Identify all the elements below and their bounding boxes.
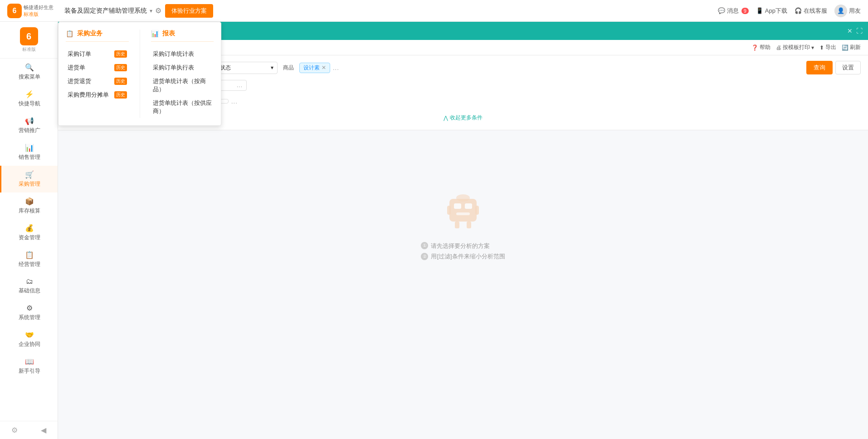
empty-illustration bbox=[436, 181, 490, 235]
app-label: App下载 bbox=[765, 7, 787, 15]
menu-item-report-1[interactable]: 采购订单执行表 bbox=[151, 61, 214, 74]
svg-rect-3 bbox=[456, 212, 470, 215]
svg-rect-6 bbox=[455, 222, 459, 228]
lightning-icon: ⚡ bbox=[25, 90, 34, 99]
sidebar-item-basic[interactable]: 🗂 基础信息 bbox=[0, 273, 58, 299]
goods-label: 商品 bbox=[283, 64, 294, 72]
chart-icon: 📊 bbox=[25, 143, 34, 152]
sidebar-item-marketing[interactable]: 📢 营销推广 bbox=[0, 112, 58, 139]
menu-item-purchase-expense[interactable]: 采购费用分摊单 历史 bbox=[66, 88, 129, 102]
query-btn[interactable]: 查询 bbox=[806, 61, 833, 74]
setting-btn[interactable]: 设置 bbox=[835, 61, 861, 74]
report-item-1-label: 采购订单执行表 bbox=[153, 64, 194, 72]
sidebar-item-search[interactable]: 🔍 搜索菜单 bbox=[0, 59, 58, 85]
help-icon: ❓ bbox=[751, 44, 758, 51]
refresh-btn[interactable]: 🔄 刷新 bbox=[842, 44, 861, 51]
menu-item-purchase-goods[interactable]: 进货单 历史 bbox=[66, 61, 129, 74]
sidebar-logo-sub: 标准版 bbox=[22, 46, 36, 53]
sidebar-item-inventory[interactable]: 📦 库存核算 bbox=[0, 192, 58, 219]
user-avatar: 👤 bbox=[834, 5, 847, 17]
sys-dropdown-arrow[interactable]: ▾ bbox=[150, 8, 152, 14]
money-icon: 💰 bbox=[25, 224, 34, 232]
sidebar-logo: 6 标准版 bbox=[0, 22, 58, 59]
salesperson-dots[interactable]: ... bbox=[237, 82, 243, 89]
headset-icon: 🎧 bbox=[795, 7, 802, 14]
query-buttons: 查询 设置 bbox=[806, 61, 861, 74]
sidebar-item-sales-label: 销售管理 bbox=[19, 153, 40, 161]
empty-hint-2: ② 用[过滤]条件来缩小分析范围 bbox=[421, 251, 505, 261]
sidebar-item-guide-label: 新手引导 bbox=[19, 367, 40, 375]
goods-dots[interactable]: ... bbox=[333, 64, 339, 71]
top-bar: 6 畅捷通好生意 标准版 装备及固定资产辅助管理系统 ▾ ⚙ 体验行业方案 💬 … bbox=[0, 0, 868, 22]
sidebar: 6 标准版 🔍 搜索菜单 ⚡ 快捷导航 📢 营销推广 📊 销售管理 🛒 采 bbox=[0, 22, 58, 439]
collapse-icon: ⋀ bbox=[444, 115, 448, 121]
svg-rect-1 bbox=[454, 203, 461, 209]
history-badge-0[interactable]: 历史 bbox=[114, 50, 127, 58]
sys-settings-icon[interactable]: ⚙ bbox=[155, 6, 161, 15]
tab-close-page-icon[interactable]: ✕ bbox=[847, 27, 853, 35]
empty-state: ① 请先选择要分析的方案 ② 用[过滤]条件来缩小分析范围 bbox=[58, 130, 868, 312]
gear-icon: ⚙ bbox=[26, 304, 33, 312]
help-btn[interactable]: ❓ 帮助 bbox=[751, 44, 770, 51]
menu-item-purchase-return[interactable]: 进货退货 历史 bbox=[66, 74, 129, 88]
industry-btn[interactable]: 体验行业方案 bbox=[165, 4, 213, 18]
menu-item-purchase-goods-label: 进货单 bbox=[68, 64, 85, 72]
app-download-btn[interactable]: 📱 App下载 bbox=[756, 7, 787, 15]
menu-item-purchase-order[interactable]: 采购订单 历史 bbox=[66, 47, 129, 61]
sidebar-item-enterprise[interactable]: 🤝 企业协同 bbox=[0, 326, 58, 353]
sidebar-collapse-btn[interactable]: ◀ bbox=[41, 426, 46, 434]
report-section-title: 报表 bbox=[162, 30, 175, 38]
sidebar-item-marketing-label: 营销推广 bbox=[19, 127, 40, 134]
sidebar-settings-btn[interactable]: ⚙ bbox=[11, 426, 18, 434]
book-icon: 📖 bbox=[25, 357, 34, 366]
tab-expand-icon[interactable]: ⛶ bbox=[856, 27, 863, 35]
menu-item-purchase-expense-label: 采购费用分摊单 bbox=[68, 91, 109, 99]
sys-name: 装备及固定资产辅助管理系统 bbox=[64, 7, 147, 15]
sidebar-item-guide[interactable]: 📖 新手引导 bbox=[0, 353, 58, 380]
sidebar-item-system-label: 系统管理 bbox=[19, 314, 40, 321]
print-btn[interactable]: 🖨 按模板打印 ▾ bbox=[776, 44, 814, 51]
goods-tag-close[interactable]: ✕ bbox=[322, 64, 326, 71]
menu-item-report-3[interactable]: 进货单统计表（按供应商） bbox=[151, 96, 214, 118]
folder-icon: 🗂 bbox=[26, 277, 33, 286]
history-badge-3[interactable]: 历史 bbox=[114, 91, 127, 99]
history-badge-1[interactable]: 历史 bbox=[114, 64, 127, 71]
sidebar-item-system[interactable]: ⚙ 系统管理 bbox=[0, 299, 58, 326]
sidebar-item-finance[interactable]: 💰 资金管理 bbox=[0, 219, 58, 246]
report-item-0-label: 采购订单统计表 bbox=[153, 50, 194, 58]
print-arrow[interactable]: ▾ bbox=[811, 44, 814, 51]
sidebar-item-operations[interactable]: 📋 经营管理 bbox=[0, 246, 58, 273]
online-service-btn[interactable]: 🎧 在线客服 bbox=[795, 7, 827, 15]
sidebar-bottom: ⚙ ◀ bbox=[0, 421, 58, 439]
sidebar-item-purchase[interactable]: 🛒 采购管理 bbox=[0, 166, 58, 192]
menu-item-report-2[interactable]: 进货单统计表（按商品） bbox=[151, 74, 214, 96]
print-icon: 🖨 bbox=[776, 44, 781, 51]
history-badge-2[interactable]: 历史 bbox=[114, 78, 127, 85]
svg-point-8 bbox=[456, 194, 470, 202]
svg-rect-5 bbox=[475, 206, 479, 215]
msg-btn[interactable]: 💬 消息 9 bbox=[718, 7, 749, 15]
export-btn[interactable]: ⬆ 导出 bbox=[819, 44, 836, 51]
logo-area: 6 畅捷通好生意 标准版 bbox=[7, 4, 54, 18]
menu-item-purchase-return-label: 进货退货 bbox=[68, 77, 91, 85]
menu-item-purchase-order-label: 采购订单 bbox=[68, 50, 91, 58]
menu-divider bbox=[140, 30, 140, 118]
goods-filter-area: 设计素 ✕ ... bbox=[299, 63, 339, 73]
sidebar-item-operations-label: 经营管理 bbox=[19, 261, 40, 268]
sidebar-item-sales[interactable]: 📊 销售管理 bbox=[0, 139, 58, 166]
empty-hint-1: ① 请先选择要分析的方案 bbox=[421, 241, 505, 251]
menu-item-report-0[interactable]: 采购订单统计表 bbox=[151, 47, 214, 61]
cart-icon: 🛒 bbox=[25, 170, 34, 179]
megaphone-icon: 📢 bbox=[25, 117, 34, 125]
app-container: 6 畅捷通好生意 标准版 装备及固定资产辅助管理系统 ▾ ⚙ 体验行业方案 💬 … bbox=[0, 0, 868, 439]
top-bar-left: 6 畅捷通好生意 标准版 装备及固定资产辅助管理系统 ▾ ⚙ 体验行业方案 bbox=[7, 4, 213, 18]
menu-section-report-header: 📊 报表 bbox=[151, 30, 214, 42]
user-btn[interactable]: 👤 用友 bbox=[834, 5, 861, 17]
svg-rect-2 bbox=[465, 203, 472, 209]
box-icon: 📦 bbox=[25, 197, 34, 206]
sidebar-item-nav[interactable]: ⚡ 快捷导航 bbox=[0, 85, 58, 112]
sidebar-item-nav-label: 快捷导航 bbox=[19, 100, 40, 108]
customer-dots[interactable]: ... bbox=[231, 98, 238, 105]
svg-rect-0 bbox=[449, 199, 477, 222]
msg-icon: 💬 bbox=[718, 7, 725, 14]
